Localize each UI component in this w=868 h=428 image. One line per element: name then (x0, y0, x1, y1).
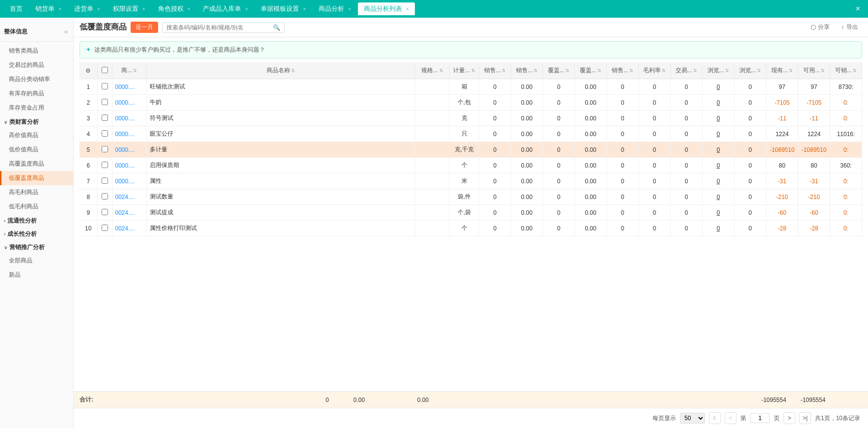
th-settings[interactable]: ⚙ (80, 62, 97, 79)
th-cover2[interactable]: 覆盖...⇅ (575, 62, 607, 79)
row-browse1[interactable]: 0 (703, 189, 734, 205)
sidebar-item-low-value[interactable]: 低价值商品 (0, 143, 73, 157)
browse1-link[interactable]: 0 (717, 84, 720, 90)
row-checkbox-cell[interactable] (97, 79, 112, 95)
th-sale-qty[interactable]: 销售...⇅ (479, 62, 511, 79)
sidebar-section-growth[interactable]: › 成长性分析 (0, 227, 73, 240)
browse1-link[interactable]: 0 (717, 162, 720, 169)
th-checkbox[interactable] (97, 62, 112, 79)
nav-close-goods-analysis[interactable]: × (348, 6, 351, 12)
nav-close-purchase-order[interactable]: × (97, 6, 100, 12)
th-browse1[interactable]: 浏览...⇅ (703, 62, 734, 79)
sidebar-item-stocked-goods[interactable]: 有库存的商品 (0, 86, 73, 101)
row-checkbox[interactable] (102, 114, 108, 121)
browse1-link[interactable]: 0 (717, 225, 720, 232)
browse1-link[interactable]: 0 (717, 178, 720, 185)
browse1-link[interactable]: 0 (717, 115, 720, 122)
browse1-link[interactable]: 0 (717, 99, 720, 106)
nav-close-all-btn[interactable]: × (852, 2, 864, 15)
prev-page-btn[interactable]: < (725, 412, 736, 424)
first-page-btn[interactable]: K (709, 412, 721, 424)
row-checkbox[interactable] (102, 209, 108, 215)
row-checkbox[interactable] (102, 83, 108, 89)
th-current-stock[interactable]: 现有...⇅ (766, 62, 798, 79)
select-all-checkbox[interactable] (102, 67, 108, 73)
row-checkbox[interactable] (102, 193, 108, 200)
th-trade[interactable]: 交易...⇅ (671, 62, 703, 79)
nav-role-auth[interactable]: 角色授权 × (152, 2, 196, 15)
th-sale-amt[interactable]: 销售...⇅ (511, 62, 543, 79)
nav-close-goods-analysis-list[interactable]: × (406, 6, 409, 12)
sidebar-collapse-btn[interactable]: « (61, 24, 71, 39)
row-checkbox-cell[interactable] (97, 126, 112, 142)
sidebar-item-low-profit[interactable]: 低毛利商品 (0, 200, 73, 214)
browse1-link[interactable]: 0 (717, 209, 720, 216)
sidebar-item-sales-goods[interactable]: 销售类商品 (0, 44, 73, 58)
sidebar-item-high-coverage[interactable]: 高覆盖度商品 (0, 157, 73, 171)
row-browse1[interactable]: 0 (703, 221, 734, 236)
sidebar-item-traded-goods[interactable]: 交易过的商品 (0, 58, 73, 72)
row-checkbox-cell[interactable] (97, 173, 112, 189)
sidebar-item-high-profit[interactable]: 高毛利商品 (0, 185, 73, 200)
row-checkbox-cell[interactable] (97, 95, 112, 111)
row-browse1[interactable]: 0 (703, 173, 734, 189)
row-checkbox[interactable] (102, 162, 108, 168)
row-checkbox-cell[interactable] (97, 111, 112, 126)
sidebar-item-high-value[interactable]: 高价值商品 (0, 128, 73, 143)
page-number-input[interactable] (750, 413, 770, 423)
row-browse1[interactable]: 0 (703, 111, 734, 126)
row-browse1[interactable]: 0 (703, 142, 734, 158)
time-filter-button[interactable]: 近一月 (131, 22, 158, 33)
row-browse1[interactable]: 0 (703, 95, 734, 111)
nav-product-warehouse[interactable]: 产成品入库单 × (197, 2, 254, 15)
row-checkbox-cell[interactable] (97, 158, 112, 173)
per-page-select[interactable]: 50 100 200 (680, 413, 705, 424)
row-checkbox-cell[interactable] (97, 205, 112, 221)
th-gross[interactable]: 毛利率⇅ (639, 62, 671, 79)
row-checkbox-cell[interactable] (97, 142, 112, 158)
th-avail-stock[interactable]: 可用...⇅ (798, 62, 830, 79)
sidebar-section-wealth[interactable]: ∨ 类财富分析 (0, 115, 73, 128)
th-sale-stock[interactable]: 可销...⇅ (830, 62, 862, 79)
row-browse1[interactable]: 0 (703, 158, 734, 173)
row-checkbox[interactable] (102, 177, 108, 184)
export-button[interactable]: ↑ 导出 (838, 22, 863, 33)
nav-close-permission[interactable]: × (142, 6, 145, 12)
row-checkbox-cell[interactable] (97, 189, 112, 205)
nav-close-product-warehouse[interactable]: × (245, 6, 248, 12)
row-browse1[interactable]: 0 (703, 205, 734, 221)
browse1-link[interactable]: 0 (717, 131, 720, 138)
nav-close-role-auth[interactable]: × (188, 6, 190, 12)
sidebar-item-low-coverage[interactable]: 低覆盖度商品 (0, 171, 73, 185)
th-spec[interactable]: 规格...⇅ (415, 62, 450, 79)
last-page-btn[interactable]: >| (799, 412, 811, 424)
nav-purchase-order[interactable]: 进货单 × (68, 2, 106, 15)
nav-home[interactable]: 首页 (4, 2, 28, 15)
browse1-link[interactable]: 0 (717, 194, 720, 200)
next-page-btn[interactable]: > (784, 412, 795, 424)
th-unit[interactable]: 计量...⇅ (450, 62, 479, 79)
th-sale3[interactable]: 销售...⇅ (607, 62, 639, 79)
row-checkbox[interactable] (102, 225, 108, 231)
nav-sales-order[interactable]: 销货单 × (29, 2, 67, 15)
th-code[interactable]: 商...⇅ (112, 62, 146, 79)
row-checkbox-cell[interactable] (97, 221, 112, 236)
sidebar-item-capital-occupy[interactable]: 库存资金占用 (0, 101, 73, 115)
nav-goods-analysis-list[interactable]: 商品分析列表 × (358, 2, 415, 15)
th-name[interactable]: 商品名称⇅ (146, 62, 415, 79)
nav-goods-analysis[interactable]: 商品分析 × (313, 2, 357, 15)
sidebar-item-category-rate[interactable]: 商品分类动销率 (0, 72, 73, 86)
row-checkbox[interactable] (102, 99, 108, 105)
sidebar-section-liquidity[interactable]: › 流通性分析 (0, 214, 73, 227)
nav-close-sales-order[interactable]: × (58, 6, 61, 12)
sidebar-item-new-goods[interactable]: 新品 (0, 268, 73, 282)
nav-close-template-settings[interactable]: × (303, 6, 306, 12)
row-checkbox[interactable] (102, 130, 108, 137)
row-checkbox[interactable] (102, 146, 108, 152)
search-icon[interactable]: 🔍 (273, 24, 280, 31)
sidebar-item-all-goods[interactable]: 全部商品 (0, 254, 73, 268)
th-browse2[interactable]: 浏览...⇅ (734, 62, 766, 79)
nav-template-settings[interactable]: 单据模板设置 × (255, 2, 312, 15)
row-browse1[interactable]: 0 (703, 126, 734, 142)
sidebar-section-marketing[interactable]: ∨ 营销推广分析 (0, 240, 73, 254)
